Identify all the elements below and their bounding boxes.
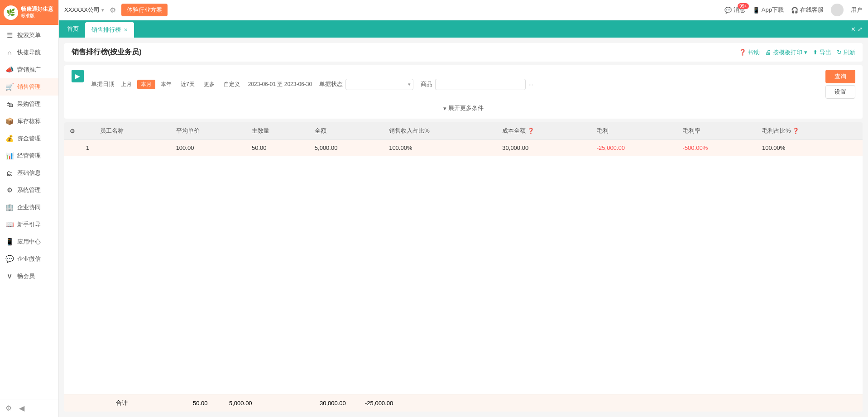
date-btn-more[interactable]: 更多 xyxy=(200,80,218,89)
sidebar-item-label: 销售管理 xyxy=(17,83,41,91)
sidebar-item-marketing[interactable]: 📣 营销推广 xyxy=(0,61,58,78)
trial-btn[interactable]: 体验行业方案 xyxy=(121,4,168,16)
set-btn[interactable]: 设置 xyxy=(825,85,855,99)
sidebar-item-label: 企业微信 xyxy=(17,255,41,263)
refresh-icon: ↻ xyxy=(837,49,842,56)
goods-input[interactable] xyxy=(435,79,526,90)
date-btn-7days[interactable]: 近7天 xyxy=(177,80,198,89)
logo-icon: 🌿 xyxy=(4,5,18,20)
sidebar-item-label: 经营管理 xyxy=(17,152,41,160)
date-range: 2023-06-01 至 2023-06-30 xyxy=(248,81,312,88)
expand-conditions-btn[interactable]: ▾ 展开更多条件 xyxy=(438,102,489,114)
avatar[interactable] xyxy=(831,4,844,16)
row-gross: -25,000.00 xyxy=(591,140,677,156)
query-btn[interactable]: 查询 xyxy=(825,70,855,83)
col-rank xyxy=(81,122,95,140)
guide-icon: 📖 xyxy=(5,220,14,229)
tab-sales-ranking[interactable]: 销售排行榜 ✕ xyxy=(85,22,134,38)
sidebar-item-label: 系统管理 xyxy=(17,186,41,194)
online-service-btn[interactable]: 🎧 在线客服 xyxy=(791,6,824,14)
col-gross-pct: 毛利占比% ❓ xyxy=(757,122,863,140)
sidebar-item-label: 库存核算 xyxy=(17,117,41,125)
tab-expand-icon[interactable]: ⤢ xyxy=(858,26,863,33)
total-gross: -25,000.00 xyxy=(360,400,405,407)
page-header: 销售排行榜(按业务员) ❓ 帮助 🖨 按模板打印 ▾ ⬆ 导出 ↻ 刷新 xyxy=(64,43,863,62)
sidebar-item-quick-nav[interactable]: ⌂ 快捷导航 xyxy=(0,44,58,61)
print-btn[interactable]: 🖨 按模板打印 ▾ xyxy=(765,48,807,57)
tab-minimize-icon[interactable]: ✕ xyxy=(851,26,856,33)
sidebar-item-guide[interactable]: 📖 新手引导 xyxy=(0,216,58,233)
gross-pct-help-icon[interactable]: ❓ xyxy=(792,128,799,134)
date-label: 单据日期 xyxy=(91,80,115,88)
date-btn-prev-month[interactable]: 上月 xyxy=(117,80,135,89)
logo-title: 畅康通好生意 xyxy=(21,6,53,13)
gross-pct-label: 毛利占比% xyxy=(762,127,791,134)
col-amount: 全额 xyxy=(309,122,384,140)
row-gross-pct: 100.00% xyxy=(757,140,863,156)
print-icon: 🖨 xyxy=(765,49,771,56)
date-btn-custom[interactable]: 自定义 xyxy=(220,80,244,89)
app-download-label: App下载 xyxy=(762,6,784,14)
sidebar-item-member[interactable]: V 畅会员 xyxy=(0,268,58,285)
sidebar-item-inventory[interactable]: 📦 库存核算 xyxy=(0,113,58,130)
export-btn[interactable]: ⬆ 导出 xyxy=(813,48,831,57)
footer-collapse-icon[interactable]: ◀ xyxy=(19,404,24,412)
sidebar-item-collab[interactable]: 🏢 企业协同 xyxy=(0,199,58,216)
row-rank: 1 xyxy=(81,140,95,156)
col-avg-price: 平均单价 xyxy=(171,122,246,140)
finance-icon: 💰 xyxy=(5,134,14,143)
message-btn[interactable]: 💬 消息 99+ xyxy=(724,6,745,14)
status-select[interactable] xyxy=(345,79,413,90)
topbar-settings-icon[interactable]: ⚙ xyxy=(110,6,116,14)
more-dots[interactable]: ··· xyxy=(528,81,533,88)
filter-expand-arrow[interactable]: ▶ xyxy=(72,70,84,82)
sidebar-item-system[interactable]: ⚙ 系统管理 xyxy=(0,182,58,199)
page-actions: ❓ 帮助 🖨 按模板打印 ▾ ⬆ 导出 ↻ 刷新 xyxy=(739,48,855,57)
sidebar-item-label: 资金管理 xyxy=(17,134,41,143)
sidebar-item-search-order[interactable]: ☰ 搜索菜单 xyxy=(0,27,58,44)
help-label: 帮助 xyxy=(748,48,760,57)
main-area: XXXXXX公司 ▾ ⚙ 体验行业方案 💬 消息 99+ 📱 App下载 🎧 在… xyxy=(59,0,868,417)
sidebar-item-finance[interactable]: 💰 资金管理 xyxy=(0,130,58,147)
date-btn-this-year[interactable]: 本年 xyxy=(157,80,175,89)
footer-settings-icon[interactable]: ⚙ xyxy=(5,404,12,412)
sidebar: 🌿 畅康通好生意 标准版 ☰ 搜索菜单 ⌂ 快捷导航 📣 营销推广 🛒 销售管理… xyxy=(0,0,59,417)
date-btn-this-month[interactable]: 本月 xyxy=(137,80,155,89)
sidebar-item-sales[interactable]: 🛒 销售管理 xyxy=(0,78,58,96)
query-panel: 查询 设置 xyxy=(825,70,855,99)
date-filter: 单据日期 上月 本月 本年 近7天 更多 自定义 2023-06-01 至 20… xyxy=(91,80,312,89)
cost-label: 成本全额 xyxy=(502,127,526,134)
company-selector[interactable]: XXXXXX公司 ▾ xyxy=(64,6,104,14)
cost-help-icon[interactable]: ❓ xyxy=(528,128,534,134)
headset-icon: 🎧 xyxy=(791,7,798,14)
total-amount: 5,000.00 xyxy=(224,400,269,407)
expand-row: ▾ 展开更多条件 xyxy=(72,102,855,114)
sidebar-item-label: 营销推广 xyxy=(17,66,41,74)
app-download-btn[interactable]: 📱 App下载 xyxy=(753,6,784,14)
sidebar-item-operations[interactable]: 📊 经营管理 xyxy=(0,147,58,164)
sidebar-item-label: 企业协同 xyxy=(17,203,41,211)
sidebar-item-purchase[interactable]: 🛍 采购管理 xyxy=(0,96,58,113)
total-row: 合计 50.00 5,000.00 30,000.00 -25,000.00 xyxy=(64,394,863,412)
col-settings[interactable]: ⚙ xyxy=(64,122,81,140)
data-table: ⚙ 员工名称 平均单价 主数量 全额 销售收入占比% 成本全额 ❓ 毛利 毛利率 xyxy=(64,122,863,156)
tab-close-icon[interactable]: ✕ xyxy=(124,27,128,33)
sidebar-item-label: 快捷导航 xyxy=(17,48,41,57)
refresh-btn[interactable]: ↻ 刷新 xyxy=(837,48,855,57)
row-qty: 50.00 xyxy=(246,140,309,156)
sidebar-item-label: 新手引导 xyxy=(17,220,41,229)
sidebar-item-app-center[interactable]: 📱 应用中心 xyxy=(0,233,58,250)
table-header: ⚙ 员工名称 平均单价 主数量 全额 销售收入占比% 成本全额 ❓ 毛利 毛利率 xyxy=(64,122,863,140)
sidebar-item-basic-info[interactable]: 🗂 基础信息 xyxy=(0,164,58,182)
expand-label: 展开更多条件 xyxy=(448,104,484,112)
export-icon: ⬆ xyxy=(813,49,818,56)
date-buttons: 上月 本月 本年 近7天 更多 自定义 xyxy=(117,80,244,89)
marketing-icon: 📣 xyxy=(5,66,14,74)
phone-icon: 📱 xyxy=(753,7,760,14)
sidebar-item-wechat[interactable]: 💬 企业微信 xyxy=(0,250,58,268)
status-filter: 单据状态 xyxy=(319,79,413,90)
system-icon: ⚙ xyxy=(5,186,14,194)
help-btn[interactable]: ❓ 帮助 xyxy=(739,48,760,57)
tab-home[interactable]: 首页 xyxy=(61,20,85,38)
print-dropdown-icon: ▾ xyxy=(804,49,807,56)
